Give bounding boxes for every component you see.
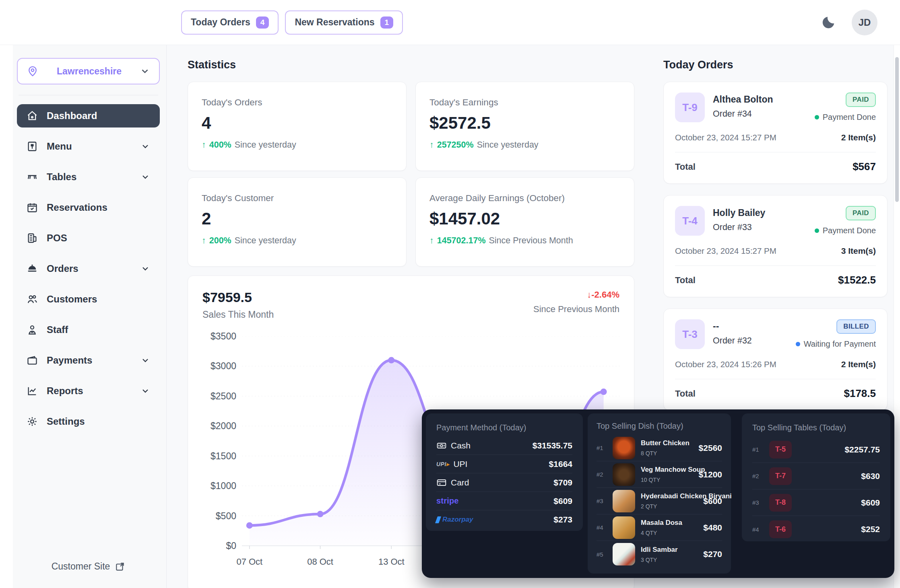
stat-card-todays-customer: Today's Customer 2 ↑200%Since yesterday	[188, 177, 407, 267]
sidebar-item-label: POS	[47, 232, 67, 244]
today-orders-title: Today Orders	[663, 59, 888, 71]
y-axis-label: $0	[226, 541, 236, 551]
payment-method-label: UPI	[453, 459, 467, 469]
stat-delta-caption: Since yesterday	[477, 140, 539, 150]
restaurant-menu-icon	[27, 141, 38, 152]
wallet-icon	[27, 355, 38, 366]
total-label: Total	[675, 275, 696, 286]
divider	[675, 379, 876, 379]
sidebar-item-tables[interactable]: Tables	[17, 165, 160, 189]
dish-rank: #4	[597, 524, 607, 531]
scrollbar-thumb[interactable]	[895, 57, 899, 202]
status-text: Waiting for Payment	[804, 339, 876, 349]
avatar[interactable]: JD	[852, 10, 877, 35]
status-text: Payment Done	[823, 226, 876, 235]
payment-amount: $709	[553, 478, 572, 487]
x-axis-label: 08 Oct	[307, 557, 333, 567]
table-amount: $252	[861, 524, 880, 534]
cash-icon	[436, 440, 447, 451]
sidebar-divider	[19, 95, 158, 95]
chevron-down-icon	[140, 264, 150, 273]
stat-value: 2	[202, 209, 392, 228]
order-datetime: October 23, 2024 15:27 PM	[675, 133, 776, 142]
new-reservations-button[interactable]: New Reservations 1	[285, 10, 403, 35]
sidebar-item-payments[interactable]: Payments	[17, 349, 160, 372]
dish-rank: #5	[597, 551, 607, 558]
dish-photo-idli-sambar	[613, 543, 635, 565]
sidebar-item-orders[interactable]: Orders	[17, 257, 160, 280]
total-label: Total	[675, 389, 696, 399]
dish-photo-hyderabadi-chicken-biryani	[613, 490, 635, 512]
sidebar-item-pos[interactable]: POS	[17, 226, 160, 250]
payment-row-stripe: stripe $609	[436, 492, 572, 510]
sidebar-item-dashboard[interactable]: Dashboard	[17, 104, 160, 127]
up-arrow-icon: ↑	[429, 140, 434, 150]
stat-delta-value: 145702.17%	[437, 236, 486, 246]
order-total: $178.5	[844, 387, 876, 400]
dish-price: $270	[703, 549, 722, 559]
y-axis-label: $3500	[211, 331, 236, 342]
up-arrow-icon: ↑	[429, 236, 434, 246]
payment-row-card: Card $709	[436, 473, 572, 492]
stat-title: Average Daily Earnings (October)	[429, 193, 620, 204]
sidebar-item-menu[interactable]: Menu	[17, 135, 160, 158]
y-axis-labels: $3500 $3000 $2500 $2000 $1500 $1000 $500…	[200, 336, 242, 546]
dish-rank: #3	[597, 498, 607, 504]
top-selling-dish-title: Top Selling Dish (Today)	[597, 421, 722, 431]
sidebar-item-label: Menu	[47, 141, 72, 152]
dish-qty: 3 QTY	[641, 557, 678, 563]
new-reservations-count-badge: 1	[380, 16, 394, 29]
razorpay-logo-mark	[435, 516, 441, 523]
x-axis-label: 13 Oct	[378, 557, 405, 567]
order-items-count: 2 Item(s)	[841, 133, 876, 142]
stat-delta-value: 257250%	[437, 140, 474, 150]
total-label: Total	[675, 162, 696, 172]
table-badge: T-3	[675, 319, 705, 349]
stat-title: Today's Customer	[202, 193, 392, 204]
order-datetime: October 23, 2024 15:27 PM	[675, 246, 776, 256]
y-axis-label: $2500	[211, 391, 236, 401]
customer-site-link[interactable]: Customer Site	[17, 561, 160, 572]
y-axis-label: $1500	[211, 450, 236, 461]
order-card[interactable]: T-3 -- Order #32 BILLED Waiting for Paym…	[663, 308, 888, 411]
sidebar-item-label: Reports	[47, 385, 83, 397]
sidebar-item-label: Settings	[47, 416, 85, 427]
today-orders-button[interactable]: Today Orders 4	[181, 10, 279, 35]
dish-row: #1 Butter Chicken8 QTY $2560	[597, 435, 722, 461]
sidebar-item-customers[interactable]: Customers	[17, 288, 160, 311]
scrollbar-track[interactable]	[894, 45, 900, 588]
order-card[interactable]: T-9 Althea Bolton Order #34 PAID Payment…	[663, 82, 888, 184]
sidebar-item-reservations[interactable]: Reservations	[17, 196, 160, 219]
dish-rank: #1	[597, 444, 607, 451]
pos-terminal-icon	[27, 232, 38, 244]
sales-delta-caption: Since Previous Month	[533, 304, 619, 315]
table-rank: #3	[752, 499, 763, 506]
table-badge-red: T-5	[769, 441, 792, 458]
stat-card-todays-earnings: Today's Earnings $2572.5 ↑257250%Since y…	[415, 82, 634, 171]
stat-title: Today's Earnings	[429, 97, 620, 108]
dish-photo-veg-manchow-soup	[613, 463, 635, 486]
dish-price: $1200	[699, 470, 722, 479]
stripe-logo: stripe	[436, 496, 459, 506]
calendar-check-icon	[27, 202, 38, 213]
up-arrow-icon: ↑	[202, 140, 206, 150]
payment-method-panel: Payment Method (Today) Cash $31535.75 UP…	[426, 413, 583, 531]
payment-row-razorpay: Razorpay $273	[436, 510, 572, 529]
sidebar-item-settings[interactable]: Settings	[17, 410, 160, 433]
order-items-count: 2 Item(s)	[841, 360, 876, 369]
dish-qty: 10 QTY	[641, 477, 693, 483]
table-amount: $630	[861, 471, 880, 481]
today-orders-button-label: Today Orders	[191, 17, 250, 28]
table-badge-red: T-8	[769, 494, 792, 512]
table-rank: #1	[752, 446, 763, 453]
moon-icon[interactable]	[820, 14, 836, 31]
stat-delta-value: 400%	[209, 140, 231, 150]
status-dot	[815, 115, 819, 119]
location-selector[interactable]: Lawrenceshire	[17, 58, 160, 84]
order-items-count: 3 Item(s)	[841, 246, 876, 256]
table-row: #3 T-8 $609	[752, 489, 880, 516]
divider	[675, 152, 876, 152]
sidebar-item-reports[interactable]: Reports	[17, 379, 160, 403]
sidebar-item-staff[interactable]: Staff	[17, 318, 160, 341]
order-card[interactable]: T-4 Holly Bailey Order #33 PAID Payment …	[663, 195, 888, 297]
